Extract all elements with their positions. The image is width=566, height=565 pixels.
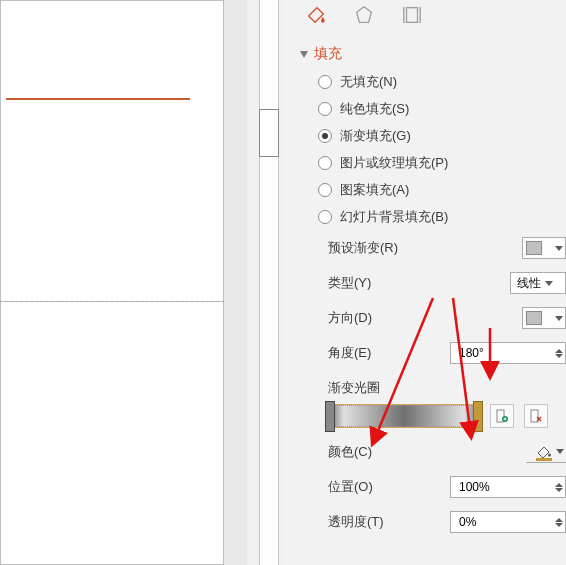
gradient-color-dropdown[interactable] [526, 441, 566, 463]
preset-gradient-row: 预设渐变(R) [328, 236, 566, 260]
spinner-down-icon [555, 523, 563, 527]
size-tab-icon[interactable] [400, 3, 424, 27]
line-shape[interactable] [6, 98, 190, 100]
fill-gradient-radio[interactable]: 渐变填充(G) [318, 127, 566, 145]
gradient-type-value: 线性 [517, 275, 541, 292]
gradient-angle-row: 角度(E) 180° [328, 341, 566, 365]
caret-down-icon [300, 51, 308, 58]
gradient-angle-value: 180° [459, 346, 484, 360]
gradient-stop-left[interactable] [325, 401, 335, 432]
canvas-area [0, 0, 247, 565]
svg-marker-0 [357, 7, 372, 23]
fill-solid-radio[interactable]: 纯色填充(S) [318, 100, 566, 118]
gradient-stops-bar[interactable] [328, 405, 480, 427]
chevron-down-icon [545, 281, 553, 286]
chevron-down-icon [556, 449, 564, 454]
spinner-arrows[interactable] [555, 518, 563, 527]
chevron-down-icon [555, 246, 563, 251]
gradient-angle-spinner[interactable]: 180° [450, 342, 566, 364]
format-shape-panel: 填充 无填充(N) 纯色填充(S) 渐变填充(G) 图片或纹理填充(P) 图案填… [282, 0, 566, 565]
spinner-up-icon [555, 483, 563, 487]
spinner-down-icon [555, 488, 563, 492]
gradient-type-row: 类型(Y) 线性 [328, 271, 566, 295]
radio-label: 图片或纹理填充(P) [340, 154, 448, 172]
spinner-up-icon [555, 349, 563, 353]
remove-gradient-stop-button[interactable] [524, 404, 548, 428]
fill-slidebg-radio[interactable]: 幻灯片背景填充(B) [318, 208, 566, 226]
radio-label: 渐变填充(G) [340, 127, 411, 145]
gradient-stops-label: 渐变光圈 [328, 379, 566, 397]
radio-label: 纯色填充(S) [340, 100, 409, 118]
gradient-transparency-row: 透明度(T) 0% [328, 510, 566, 534]
gradient-position-spinner[interactable]: 100% [450, 476, 566, 498]
paint-bucket-icon [536, 445, 552, 459]
radio-label: 无填充(N) [340, 73, 397, 91]
spinner-arrows[interactable] [555, 349, 563, 358]
fill-none-radio[interactable]: 无填充(N) [318, 73, 566, 91]
effects-tab-icon[interactable] [352, 3, 376, 27]
radio-label: 图案填充(A) [340, 181, 409, 199]
spinner-arrows[interactable] [555, 483, 563, 492]
fill-tab-icon[interactable] [304, 3, 328, 27]
radio-icon [318, 102, 332, 116]
slide-thumbnail-bottom[interactable] [0, 302, 224, 565]
vertical-ruler [259, 0, 279, 565]
spinner-down-icon [555, 354, 563, 358]
radio-icon [318, 129, 332, 143]
gradient-transparency-spinner[interactable]: 0% [450, 511, 566, 533]
chevron-down-icon [555, 316, 563, 321]
gradient-position-row: 位置(O) 100% [328, 475, 566, 499]
gradient-color-row: 颜色(C) [328, 440, 566, 464]
gradient-direction-row: 方向(D) [328, 306, 566, 330]
radio-icon [318, 183, 332, 197]
preset-gradient-dropdown[interactable] [522, 237, 566, 259]
ruler-handle[interactable] [259, 109, 279, 157]
fill-type-radio-group: 无填充(N) 纯色填充(S) 渐变填充(G) 图片或纹理填充(P) 图案填充(A… [300, 73, 566, 226]
gradient-transparency-value: 0% [459, 515, 476, 529]
radio-icon [318, 210, 332, 224]
radio-icon [318, 75, 332, 89]
gradient-stops-row [328, 404, 566, 428]
svg-rect-1 [407, 8, 418, 23]
swatch-icon [526, 311, 542, 325]
gradient-stop-right[interactable] [473, 401, 483, 432]
fill-section-header[interactable]: 填充 [300, 45, 566, 63]
add-gradient-stop-button[interactable] [490, 404, 514, 428]
panel-tabs [300, 0, 566, 27]
radio-icon [318, 156, 332, 170]
fill-picture-radio[interactable]: 图片或纹理填充(P) [318, 154, 566, 172]
svg-point-15 [548, 453, 551, 456]
swatch-icon [526, 241, 542, 255]
slide-thumbnail-top[interactable] [0, 0, 224, 302]
radio-label: 幻灯片背景填充(B) [340, 208, 448, 226]
gradient-controls: 预设渐变(R) 类型(Y) 线性 方向(D) 角度(E) 180° [300, 236, 566, 534]
fill-pattern-radio[interactable]: 图案填充(A) [318, 181, 566, 199]
spinner-up-icon [555, 518, 563, 522]
gradient-type-dropdown[interactable]: 线性 [510, 272, 566, 294]
gradient-position-value: 100% [459, 480, 490, 494]
fill-section-title: 填充 [314, 45, 342, 63]
gradient-direction-dropdown[interactable] [522, 307, 566, 329]
gradient-stops-label-row: 渐变光圈 [328, 376, 566, 400]
